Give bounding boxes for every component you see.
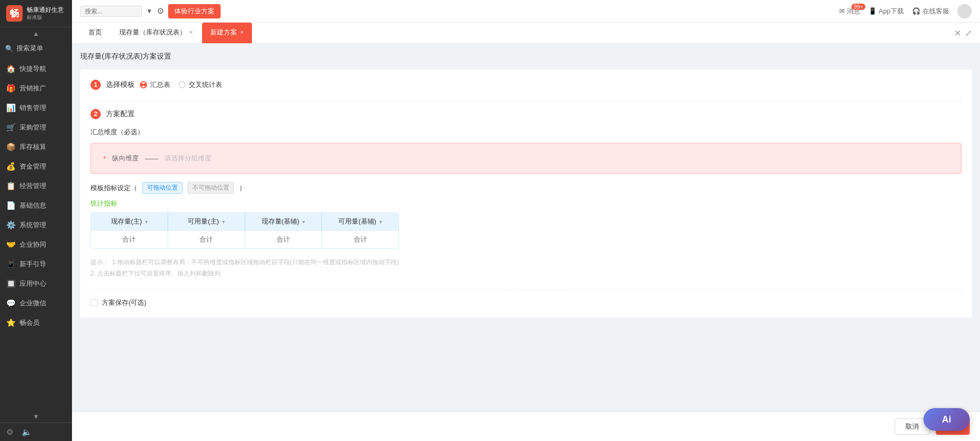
vertical-dim-label: 纵向维度	[112, 154, 139, 163]
required-marker: *	[103, 155, 106, 162]
sidebar-item-finance[interactable]: 💰 资金管理	[0, 157, 72, 176]
stats-col-1[interactable]: 可用量(主) ▾	[168, 213, 245, 230]
topbar-gear-icon[interactable]: ⚙	[157, 6, 164, 16]
handshake-icon: 🤝	[6, 240, 15, 249]
stats-section-title: 统计指标	[90, 199, 961, 208]
sidebar-item-enterprise[interactable]: 🤝 企业协同	[0, 235, 72, 254]
step1-header: 1 选择模板 汇总表 交叉统计表	[90, 80, 961, 90]
stats-header-row: 现存量(主) ▾ 可用量(主) ▾ 现存量(基辅) ▾ 可用量(基辅)	[91, 213, 398, 230]
col3-dropdown-icon[interactable]: ▾	[379, 219, 382, 225]
stats-data-0: 合计	[91, 231, 168, 248]
volume-footer-icon[interactable]: 🔈	[22, 427, 32, 437]
money-icon: 💰	[6, 162, 15, 171]
chat-icon: 💬	[6, 299, 15, 308]
search-menu-item[interactable]: 🔍 搜索菜单	[0, 40, 72, 57]
dim-label: 汇总维度（必选）	[90, 127, 961, 137]
save-option-label[interactable]: 方案保存(可选)	[90, 298, 961, 307]
tab-inventory-close-icon[interactable]: ×	[189, 29, 193, 36]
col0-dropdown-icon[interactable]: ▾	[145, 219, 148, 225]
grid-icon: 🔲	[6, 279, 15, 288]
user-avatar[interactable]	[957, 4, 972, 19]
sidebar-item-wechat[interactable]: 💬 企业微信	[0, 293, 72, 313]
draggable-badge: 可拖动位置	[142, 182, 183, 194]
step1-section: 1 选择模板 汇总表 交叉统计表	[90, 80, 961, 90]
sidebar-scroll-down[interactable]: ▼	[0, 410, 72, 422]
save-checkbox[interactable]	[90, 299, 98, 306]
dimension-row: * 纵向维度 —— 请选择分组维度	[103, 154, 949, 163]
sidebar-item-marketing[interactable]: 🎁 营销推广	[0, 79, 72, 98]
sidebar-item-member[interactable]: ⭐ 畅会员	[0, 313, 72, 333]
topbar-right: ✉ 消息 99+ 📱 App下载 🎧 在线客服	[839, 4, 972, 19]
topbar-left: ▼ ⚙ 体验行业方案	[80, 4, 833, 19]
tab-expand-icon[interactable]: ⤢	[965, 28, 972, 38]
dim-placeholder-text: 请选择分组维度	[165, 154, 211, 163]
stats-data-row: 合计 合计 合计 合计	[91, 230, 398, 248]
col1-dropdown-icon[interactable]: ▾	[222, 219, 225, 225]
sidebar: 畅 畅康通好生意 标准版 ▲ 🔍 搜索菜单 🏠 快捷导航 🎁 营销推广 📊 销售…	[0, 0, 72, 441]
col2-dropdown-icon[interactable]: ▾	[302, 219, 305, 225]
star-icon: ⭐	[6, 318, 15, 327]
sidebar-scroll-up[interactable]: ▲	[0, 27, 72, 40]
radio-summary[interactable]: 汇总表	[140, 80, 170, 89]
ai-bubble[interactable]: Ai	[923, 408, 970, 431]
search-icon: 🔍	[5, 45, 13, 52]
tab-home[interactable]: 首页	[80, 23, 110, 43]
page-title: 现存量(库存状况表)方案设置	[80, 52, 972, 61]
tip-row-2: 2. 点击标题栏下拉可设置排序、插入列和删除列	[90, 268, 961, 280]
app-download-button[interactable]: 📱 App下载	[868, 7, 904, 16]
sidebar-item-operations[interactable]: 📋 经营管理	[0, 176, 72, 196]
sidebar-item-system[interactable]: ⚙️ 系统管理	[0, 215, 72, 235]
messages-button[interactable]: ✉ 消息 99+	[839, 7, 860, 16]
sidebar-item-app-center[interactable]: 🔲 应用中心	[0, 274, 72, 293]
radio-summary-circle	[140, 81, 147, 88]
tab-inventory[interactable]: 现存量（库存状况表） ×	[111, 23, 201, 43]
radio-cross[interactable]: 交叉统计表	[178, 80, 222, 89]
dimension-area[interactable]: * 纵向维度 —— 请选择分组维度	[90, 143, 961, 174]
tab-new-plan-close-icon[interactable]: ×	[240, 29, 244, 36]
headset-icon: 🎧	[912, 7, 920, 15]
sidebar-item-basic-info[interactable]: 📄 基础信息	[0, 196, 72, 215]
main-content: ▼ ⚙ 体验行业方案 ✉ 消息 99+ 📱 App下载 🎧 在线客服 首页	[72, 0, 980, 441]
stats-data-2: 合计	[245, 231, 322, 248]
online-service-button[interactable]: 🎧 在线客服	[912, 7, 949, 16]
stats-table: 现存量(主) ▾ 可用量(主) ▾ 现存量(基辅) ▾ 可用量(基辅)	[90, 212, 399, 249]
tabs-bar: 首页 现存量（库存状况表） × 新建方案 × ✕ ⤢	[72, 23, 980, 44]
template-radio-group: 汇总表 交叉统计表	[140, 80, 222, 89]
content-area: 现存量(库存状况表)方案设置 1 选择模板 汇总表 交叉统计表	[72, 44, 980, 412]
divider2	[90, 289, 961, 290]
home-icon: 🏠	[6, 64, 15, 74]
footer-bar: 取消 查询	[72, 412, 980, 441]
breadcrumb-input[interactable]	[80, 6, 142, 17]
step1-badge: 1	[90, 80, 101, 90]
app-logo-icon: 畅	[6, 5, 23, 22]
tip-row-1: 提示： 1.拖动标题栏可以调整布局，不可跨维度或指标区域拖动栏目字段(只能在同一…	[90, 257, 961, 268]
divider1	[90, 100, 961, 101]
settings-footer-icon[interactable]: ⚙	[6, 427, 13, 437]
stats-col-2[interactable]: 现存量(基辅) ▾	[245, 213, 322, 230]
sidebar-item-guide[interactable]: 📱 新手引导	[0, 254, 72, 274]
sidebar-item-inventory[interactable]: 📦 库存核算	[0, 137, 72, 157]
tips-section: 提示： 1.拖动标题栏可以调整布局，不可跨维度或指标区域拖动栏目字段(只能在同一…	[90, 257, 961, 279]
sidebar-item-quick-nav[interactable]: 🏠 快捷导航	[0, 59, 72, 79]
app-name: 畅康通好生意 标准版	[27, 6, 64, 21]
gear-icon: ⚙️	[6, 220, 15, 230]
chart-icon: 📊	[6, 103, 15, 113]
gift-icon: 🎁	[6, 84, 15, 93]
cart-icon: 🛒	[6, 123, 15, 132]
tab-new-plan[interactable]: 新建方案 ×	[202, 23, 252, 43]
tabs-right-controls: ✕ ⤢	[954, 28, 972, 38]
step2-title: 方案配置	[106, 109, 135, 119]
topbar-dropdown-icon[interactable]: ▼	[146, 7, 153, 15]
stats-data-3: 合计	[322, 231, 398, 248]
sidebar-item-purchase[interactable]: 🛒 采购管理	[0, 118, 72, 137]
box-icon: 📦	[6, 142, 15, 152]
sidebar-item-sales[interactable]: 📊 销售管理	[0, 98, 72, 118]
tab-close-all-icon[interactable]: ✕	[954, 28, 961, 38]
sidebar-footer: ⚙ 🔈	[0, 422, 72, 441]
industry-plan-button[interactable]: 体验行业方案	[168, 4, 221, 19]
stats-col-3[interactable]: 可用量(基辅) ▾	[322, 213, 398, 230]
step1-title: 选择模板	[106, 80, 135, 89]
stats-data-1: 合计	[168, 231, 245, 248]
step2-section: 2 方案配置 汇总维度（必选） * 纵向维度 —— 请选择分组维度 模板指标设定…	[90, 109, 961, 279]
stats-col-0[interactable]: 现存量(主) ▾	[91, 213, 168, 230]
